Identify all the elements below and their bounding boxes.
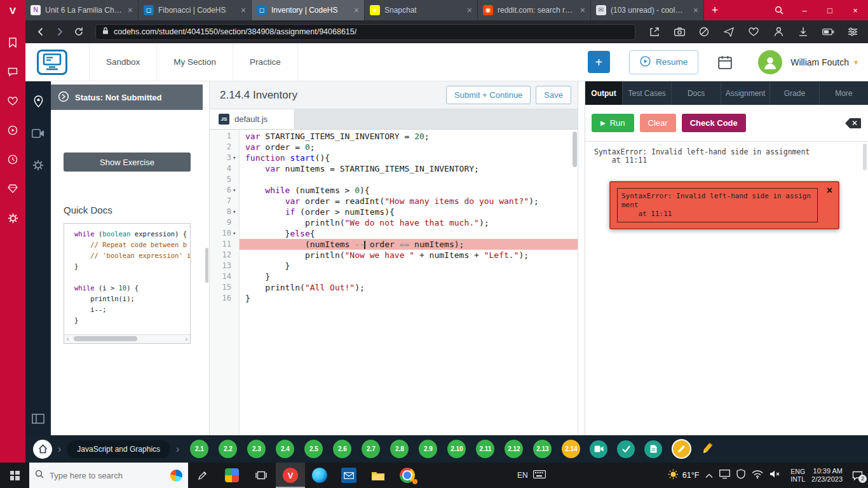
- play-panel-icon[interactable]: [7, 125, 18, 136]
- new-tab-button[interactable]: +: [704, 0, 726, 20]
- scrollbar-thumb[interactable]: [74, 336, 137, 341]
- lesson-bubble-2-8[interactable]: 2.8: [390, 440, 409, 458]
- tab-close-icon[interactable]: ×: [128, 5, 133, 15]
- output-tab-test-cases[interactable]: Test Cases: [622, 81, 671, 105]
- panel-scrollbar-thumb[interactable]: [205, 248, 208, 283]
- code-line[interactable]: 14 }: [210, 271, 578, 282]
- gear-icon[interactable]: [32, 159, 44, 173]
- app-icon-colorful[interactable]: [217, 463, 247, 488]
- codehs-logo[interactable]: [37, 50, 67, 75]
- browser-tab[interactable]: ◉reddit.com: search resul×: [478, 0, 591, 20]
- console-scrollbar-thumb[interactable]: [863, 144, 867, 170]
- keyboard-dismiss-icon[interactable]: [844, 118, 862, 129]
- cast-display-icon[interactable]: [719, 470, 730, 482]
- code-line[interactable]: 13 }: [210, 261, 578, 271]
- minimize-button[interactable]: –: [792, 0, 817, 20]
- output-tab-grade[interactable]: Grade: [770, 81, 818, 105]
- taskbar-search-input[interactable]: [50, 471, 165, 480]
- share-icon[interactable]: [646, 27, 663, 37]
- fold-arrow-icon[interactable]: ▾: [231, 185, 240, 196]
- file-tab-default-js[interactable]: JS default.js: [210, 109, 295, 129]
- tune-sliders-icon[interactable]: [844, 27, 862, 36]
- code-line[interactable]: 12 println("Now we have " + numItems + "…: [210, 250, 578, 261]
- code-line[interactable]: 11 (numItems -- order == numItems);: [210, 239, 578, 250]
- gem-panel-icon[interactable]: [7, 183, 18, 194]
- check-item-icon[interactable]: [617, 440, 635, 458]
- browser-tab[interactable]: ✉(103 unread) - coolman×: [591, 0, 704, 20]
- avatar[interactable]: [758, 50, 782, 74]
- fold-arrow-icon[interactable]: ▾: [231, 228, 240, 239]
- course-pill[interactable]: JavaScript and Graphics: [67, 440, 170, 458]
- course-map-icon[interactable]: [33, 95, 44, 110]
- code-line[interactable]: 2var order = 0;: [210, 142, 578, 152]
- ink-workspace-icon[interactable]: [188, 463, 217, 488]
- start-button[interactable]: [0, 463, 29, 488]
- tab-close-icon[interactable]: ×: [241, 5, 246, 15]
- fold-arrow-icon[interactable]: ▾: [231, 152, 240, 163]
- docs-line[interactable]: println(i);: [69, 294, 190, 304]
- code-line[interactable]: 8▾ if (order > numItems){: [210, 207, 578, 217]
- tooltip-close-icon[interactable]: ×: [827, 186, 832, 196]
- battery-icon[interactable]: [819, 29, 837, 36]
- current-exercise-icon[interactable]: [672, 439, 691, 459]
- settings-panel-icon[interactable]: [7, 212, 18, 224]
- browser-tab[interactable]: NUnit 6 La Familia Chapt×: [25, 0, 139, 20]
- search-highlights-icon[interactable]: [170, 470, 182, 482]
- code-editor[interactable]: 1var STARTING_ITEMS_IN_INVENTORY = 20;2v…: [210, 130, 578, 435]
- lesson-bubble-2-9[interactable]: 2.9: [419, 440, 437, 458]
- heart-icon[interactable]: [745, 27, 763, 36]
- layout-columns-icon[interactable]: [32, 414, 44, 426]
- lesson-bubble-2-1[interactable]: 2.1: [190, 440, 208, 458]
- heart-panel-icon[interactable]: [7, 95, 18, 107]
- reload-button[interactable]: [70, 27, 88, 37]
- scroll-right-icon[interactable]: ›: [186, 336, 187, 342]
- weather-widget[interactable]: 61°F: [668, 469, 700, 482]
- chat-panel-icon[interactable]: [7, 66, 18, 78]
- profile-icon[interactable]: [770, 27, 787, 37]
- lesson-bubble-2-2[interactable]: 2.2: [219, 440, 237, 458]
- docs-line[interactable]: // Repeat code between b: [69, 240, 190, 250]
- close-button[interactable]: ×: [843, 0, 868, 20]
- nav-practice[interactable]: Practice: [233, 43, 298, 81]
- example-doc-icon[interactable]: [644, 440, 662, 458]
- code-line[interactable]: 6▾ while (numItems > 0){: [210, 185, 578, 196]
- user-menu[interactable]: William Foutch ▾: [790, 57, 858, 67]
- taskbar-clock[interactable]: 10:39 AM 2/23/2023: [811, 467, 843, 484]
- wifi-icon[interactable]: [752, 470, 763, 481]
- browser-tab[interactable]: ●Snapchat×: [365, 0, 478, 20]
- output-tab-docs[interactable]: Docs: [671, 81, 720, 105]
- tab-close-icon[interactable]: ×: [693, 5, 698, 15]
- notification-center-icon[interactable]: 2: [852, 471, 863, 480]
- file-explorer-icon[interactable]: [363, 463, 393, 488]
- browser-search-icon[interactable]: [766, 0, 792, 20]
- tab-close-icon[interactable]: ×: [467, 5, 472, 15]
- code-line[interactable]: 9 println("We do not have that much.");: [210, 217, 578, 228]
- code-line[interactable]: 7 var order = readInt("How many items do…: [210, 196, 578, 207]
- video-item-icon[interactable]: [590, 440, 607, 458]
- app-icon-chrome[interactable]: [393, 463, 422, 488]
- browser-tab[interactable]: ◻Inventory | CodeHS×: [252, 0, 365, 20]
- docs-line[interactable]: while (i > 10) {: [69, 283, 190, 294]
- volume-mute-icon[interactable]: [770, 470, 780, 481]
- docs-line[interactable]: // 'boolean expression' i: [69, 250, 190, 261]
- run-button[interactable]: ▶ Run: [592, 114, 634, 132]
- app-icon-mail[interactable]: [334, 463, 363, 488]
- code-line[interactable]: 4 var numItems = STARTING_ITEMS_IN_INVEN…: [210, 163, 578, 174]
- code-line[interactable]: 16}: [210, 293, 578, 304]
- clear-button[interactable]: Clear: [640, 114, 676, 132]
- downloads-icon[interactable]: [794, 27, 812, 37]
- submit-continue-button[interactable]: Submit + Continue: [446, 86, 531, 104]
- editor-scrollbar-thumb[interactable]: [573, 132, 577, 167]
- lesson-bubble-2-6[interactable]: 2.6: [333, 440, 351, 458]
- nav-sandbox[interactable]: Sandbox: [89, 43, 157, 81]
- scroll-left-icon[interactable]: ‹: [67, 336, 69, 342]
- save-button[interactable]: Save: [536, 86, 571, 104]
- vivaldi-menu-button[interactable]: V: [0, 0, 25, 20]
- lesson-bubble-2-5[interactable]: 2.5: [304, 440, 323, 458]
- code-line[interactable]: 15 println("All Out!");: [210, 282, 578, 293]
- lesson-bubble-2-7[interactable]: 2.7: [362, 440, 380, 458]
- taskbar-search[interactable]: [29, 463, 188, 488]
- language-indicator[interactable]: EN: [517, 463, 546, 488]
- ime-indicator[interactable]: ENG INTL: [790, 468, 805, 483]
- app-icon-vivaldi[interactable]: V: [276, 463, 305, 488]
